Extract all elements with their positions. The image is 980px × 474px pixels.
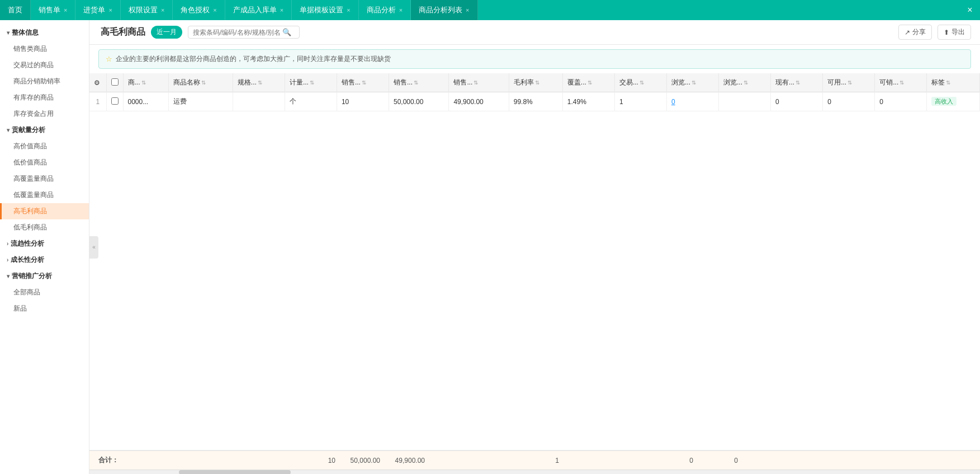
nav-tab-2[interactable]: 进货单× bbox=[75, 0, 120, 20]
filter-period-button[interactable]: 近一月 bbox=[151, 26, 182, 39]
sidebar-group-2[interactable]: ›流趋性分析 bbox=[0, 236, 89, 252]
nav-tab-1[interactable]: 销售单× bbox=[31, 0, 75, 20]
col-header-tag[interactable]: 标签⇅ bbox=[927, 73, 980, 92]
sort-icon-browse1[interactable]: ⇅ bbox=[692, 79, 696, 86]
col-header-unit[interactable]: 计量...⇅ bbox=[285, 73, 337, 92]
col-label-sales_qty: 销售... bbox=[342, 78, 361, 86]
sidebar-item-1-3[interactable]: 低覆盖量商品 bbox=[0, 187, 89, 203]
nav-tab-close[interactable]: × bbox=[108, 7, 112, 13]
collapse-sidebar-button[interactable]: « bbox=[89, 236, 98, 259]
col-label-name: 商品名称 bbox=[173, 78, 200, 86]
cell-code: 0000... bbox=[123, 92, 169, 111]
sort-icon-name[interactable]: ⇅ bbox=[201, 79, 206, 86]
nav-tab-close[interactable]: × bbox=[64, 7, 67, 13]
search-icon[interactable]: 🔍 bbox=[282, 28, 291, 36]
search-input[interactable] bbox=[193, 29, 282, 36]
col-header-gross_rate[interactable]: 毛利率⇅ bbox=[509, 73, 562, 92]
col-header-sales_qty[interactable]: 销售...⇅ bbox=[337, 73, 389, 92]
col-header-available[interactable]: 可用...⇅ bbox=[823, 73, 875, 92]
row-checkbox[interactable] bbox=[111, 97, 119, 105]
sort-icon-code[interactable]: ⇅ bbox=[141, 79, 146, 86]
sidebar-group-3[interactable]: ›成长性分析 bbox=[0, 252, 89, 268]
col-header-sellable[interactable]: 可销...⇅ bbox=[875, 73, 927, 92]
cell-value-sales_profit: 49,900.00 bbox=[453, 98, 483, 106]
col-label-browse2: 浏览... bbox=[723, 78, 742, 86]
scroll-bar[interactable] bbox=[89, 470, 980, 474]
sidebar-item-0-4[interactable]: 库存资金占用 bbox=[0, 106, 89, 122]
sidebar-item-1-5[interactable]: 低毛利商品 bbox=[0, 219, 89, 236]
col-header-spec[interactable]: 规格...⇅ bbox=[233, 73, 285, 92]
table-row: 10000...运费个1050,000.0049,900.0099.8%1.49… bbox=[89, 92, 980, 111]
col-header-code[interactable]: 商...⇅ bbox=[123, 73, 169, 92]
col-header-sales_profit[interactable]: 销售...⇅ bbox=[449, 73, 509, 92]
sidebar-item-4-0[interactable]: 全部商品 bbox=[0, 284, 89, 301]
scroll-thumb[interactable] bbox=[179, 470, 291, 474]
cell-value-gross_rate: 99.8% bbox=[514, 98, 533, 106]
sidebar-item-label: 高覆盖量商品 bbox=[13, 175, 54, 182]
export-label: 导出 bbox=[951, 27, 965, 37]
nav-tab-3[interactable]: 权限设置× bbox=[121, 0, 173, 20]
link-browse1[interactable]: 0 bbox=[671, 98, 675, 106]
nav-tab-0[interactable]: 首页 bbox=[0, 0, 31, 20]
col-header-settings[interactable]: ⚙ bbox=[89, 73, 106, 92]
sidebar-item-0-0[interactable]: 销售类商品 bbox=[0, 41, 89, 57]
close-all-button[interactable]: × bbox=[960, 0, 980, 20]
nav-tab-close[interactable]: × bbox=[280, 7, 283, 13]
nav-tab-5[interactable]: 产成品入库单× bbox=[225, 0, 292, 20]
sort-icon-gross_rate[interactable]: ⇅ bbox=[535, 79, 539, 86]
sort-icon-current_stock[interactable]: ⇅ bbox=[796, 79, 800, 86]
sidebar-item-0-3[interactable]: 有库存的商品 bbox=[0, 90, 89, 106]
nav-tab-4[interactable]: 角色授权× bbox=[173, 0, 225, 20]
sidebar-item-4-1[interactable]: 新品 bbox=[0, 301, 89, 317]
sidebar-item-1-2[interactable]: 高覆盖量商品 bbox=[0, 171, 89, 187]
sidebar-group-4[interactable]: ▾营销推广分析 bbox=[0, 268, 89, 284]
sort-icon-browse2[interactable]: ⇅ bbox=[744, 79, 748, 86]
col-header-trade_count[interactable]: 交易...⇅ bbox=[614, 73, 666, 92]
col-label-current_stock: 现有... bbox=[775, 78, 794, 86]
sidebar-group-0[interactable]: ▾整体信息 bbox=[0, 25, 89, 41]
select-all-checkbox[interactable] bbox=[111, 78, 119, 86]
sidebar-item-label: 交易过的商品 bbox=[13, 61, 54, 69]
sidebar-item-0-2[interactable]: 商品分销助销率 bbox=[0, 73, 89, 90]
sidebar-group-1[interactable]: ▾贡献量分析 bbox=[0, 122, 89, 138]
footer-qty-val: 10 bbox=[295, 457, 340, 464]
export-button[interactable]: ⬆ 导出 bbox=[938, 25, 971, 40]
col-header-coverage[interactable]: 覆盖...⇅ bbox=[562, 73, 614, 92]
col-label-sellable: 可销... bbox=[879, 78, 898, 86]
col-header-browse1[interactable]: 浏览...⇅ bbox=[666, 73, 718, 92]
cell-value-name: 运费 bbox=[173, 97, 187, 105]
col-header-current_stock[interactable]: 现有...⇅ bbox=[771, 73, 823, 92]
footer-trade-val: 1 bbox=[519, 457, 564, 464]
sort-icon-sales_profit[interactable]: ⇅ bbox=[474, 79, 478, 86]
sort-icon-trade_count[interactable]: ⇅ bbox=[640, 79, 644, 86]
sort-icon-tag[interactable]: ⇅ bbox=[946, 79, 950, 86]
sidebar-item-0-1[interactable]: 交易过的商品 bbox=[0, 57, 89, 73]
sort-icon-available[interactable]: ⇅ bbox=[848, 79, 852, 86]
nav-tab-close[interactable]: × bbox=[347, 7, 350, 13]
col-header-sales_amt[interactable]: 销售...⇅ bbox=[389, 73, 449, 92]
sort-icon-sellable[interactable]: ⇅ bbox=[899, 79, 904, 86]
group-arrow-3: › bbox=[7, 257, 8, 263]
col-header-browse2[interactable]: 浏览...⇅ bbox=[719, 73, 771, 92]
sort-icon-sales_amt[interactable]: ⇅ bbox=[414, 79, 418, 86]
nav-tab-close[interactable]: × bbox=[399, 7, 403, 13]
share-button[interactable]: ↗ 分享 bbox=[898, 25, 932, 40]
sidebar-item-1-1[interactable]: 低价值商品 bbox=[0, 154, 89, 171]
sort-icon-sales_qty[interactable]: ⇅ bbox=[362, 79, 366, 86]
nav-tab-close[interactable]: × bbox=[466, 7, 469, 13]
settings-icon[interactable]: ⚙ bbox=[94, 79, 100, 87]
nav-tab-close[interactable]: × bbox=[213, 7, 216, 13]
sort-icon-unit[interactable]: ⇅ bbox=[310, 79, 314, 86]
col-header-checkbox[interactable] bbox=[106, 73, 123, 92]
nav-tab-6[interactable]: 单据模板设置× bbox=[292, 0, 358, 20]
nav-tab-8[interactable]: 商品分析列表× bbox=[411, 0, 477, 20]
nav-tab-7[interactable]: 商品分析× bbox=[359, 0, 411, 20]
nav-tab-close[interactable]: × bbox=[161, 7, 164, 13]
table-wrapper[interactable]: ⚙商...⇅商品名称⇅规格...⇅计量...⇅销售...⇅销售...⇅销售...… bbox=[89, 73, 980, 450]
sidebar-item-label: 高毛利商品 bbox=[13, 207, 47, 215]
sort-icon-spec[interactable]: ⇅ bbox=[258, 79, 262, 86]
sidebar-item-1-4[interactable]: 高毛利商品 bbox=[0, 203, 89, 219]
sort-icon-coverage[interactable]: ⇅ bbox=[588, 79, 592, 86]
col-header-name[interactable]: 商品名称⇅ bbox=[169, 73, 233, 92]
sidebar-item-1-0[interactable]: 高价值商品 bbox=[0, 138, 89, 154]
